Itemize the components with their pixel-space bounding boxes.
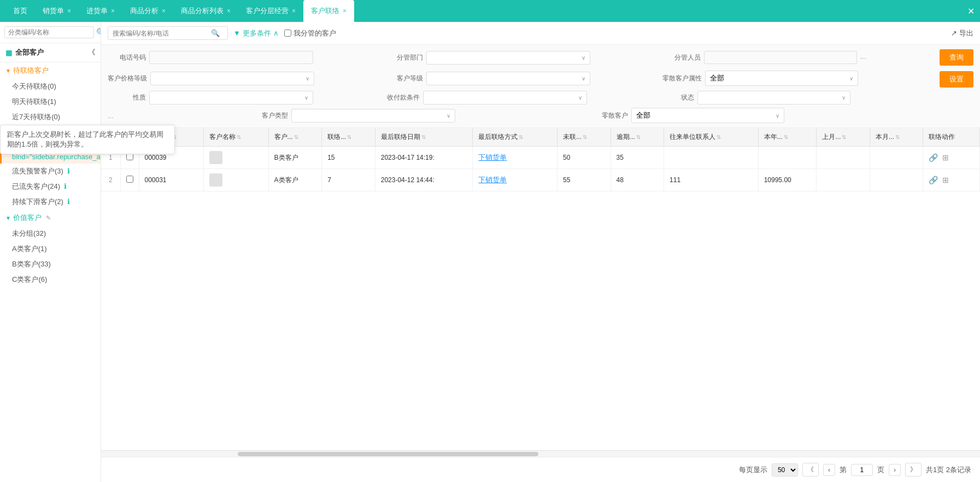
nav-product-analysis-close[interactable]: × — [162, 7, 166, 15]
status-label: 状态 — [656, 93, 694, 102]
scrollbar-thumb[interactable] — [238, 452, 538, 456]
row2-grid-icon[interactable]: ⊞ — [942, 176, 949, 184]
settings-button[interactable]: 设置 — [940, 71, 973, 88]
sidebar-item-loss-warning[interactable]: 流失预警客户(3) ℹ — [0, 164, 101, 179]
sidebar-item-declining[interactable]: 持续下滑客户(2) ℹ — [0, 194, 101, 210]
row1-this-year — [758, 147, 817, 169]
payment-select[interactable]: ∨ — [423, 91, 587, 104]
row1-grid-icon[interactable]: ⊞ — [942, 153, 949, 162]
th-action: 联络动作 — [923, 128, 980, 147]
row2-last-type-link[interactable]: 下销货单 — [478, 176, 507, 184]
price-level-label: 客户价格等级 — [108, 74, 147, 83]
sidebar-item-class-c[interactable]: C类客户(6) — [0, 272, 101, 287]
edit-group-icon[interactable]: ✎ — [46, 214, 51, 222]
sidebar-item-class-b[interactable]: B类客户(33) — [0, 257, 101, 272]
filter-bar: 🔍 ▼ 更多条件 ∧ 我分管的客户 ↗ 导出 — [101, 22, 980, 45]
sidebar: 🔍 ▦ 全部客户 《 ▼ 待联络客户 今天待联络(0) 明天待联络(1) 近7天… — [0, 22, 101, 482]
content-area: 🔍 ▼ 更多条件 ∧ 我分管的客户 ↗ 导出 电话号码 — [101, 22, 980, 482]
person-dots[interactable]: ··· — [860, 54, 866, 62]
sidebar-item-lost-customers[interactable]: 已流失客户(24) ℹ — [0, 179, 101, 194]
sidebar-item-unclassified[interactable]: 未分组(32) — [0, 226, 101, 241]
my-customers-check[interactable] — [284, 30, 291, 37]
my-customers-checkbox[interactable]: 我分管的客户 — [284, 28, 336, 38]
filter-dept: 分管部门 ∨ — [385, 49, 656, 66]
settings-btn-area: 设置 — [940, 69, 973, 88]
phone-input[interactable] — [149, 51, 313, 64]
first-page-button[interactable]: 《 — [802, 463, 819, 477]
row1-this-month — [870, 147, 923, 169]
nav-customer-segmentation-close[interactable]: × — [292, 7, 296, 15]
phone-label: 电话号码 — [108, 53, 146, 62]
row1-contact-person — [664, 147, 759, 169]
per-page-select[interactable]: 50 — [772, 463, 798, 477]
dept-select[interactable]: ∨ — [426, 51, 590, 65]
row1-last-month — [817, 147, 870, 169]
row1-last-type[interactable]: 下销货单 — [473, 147, 558, 169]
search-input[interactable] — [113, 30, 211, 37]
nav-sales-order-close[interactable]: × — [67, 7, 71, 15]
row2-select[interactable] — [126, 176, 133, 183]
row1-link-icon[interactable]: 🔗 — [929, 153, 938, 162]
customer-type-select[interactable]: ∨ — [291, 109, 455, 123]
row1-last-type-link[interactable]: 下销货单 — [478, 153, 507, 161]
last-page-button[interactable]: 》 — [905, 463, 922, 477]
nav-home[interactable]: 首页 — [5, 0, 35, 22]
row2-link-icon[interactable]: 🔗 — [929, 176, 938, 184]
nav-customer-segmentation[interactable]: 客户分层经营 × — [238, 0, 303, 22]
retail-customer-select[interactable]: 全部∨ — [631, 108, 784, 123]
sidebar-item-tomorrow-pending[interactable]: 明天待联络(1) — [0, 94, 101, 109]
row4-dots[interactable]: ... — [108, 112, 114, 120]
page-input[interactable] — [851, 464, 873, 476]
filter-row-1: 电话号码 分管部门 ∨ 分管人员 ··· 查询 — [108, 49, 973, 66]
sidebar-collapse-button[interactable]: 《 — [88, 48, 95, 57]
prev-page-button[interactable]: ‹ — [823, 464, 835, 476]
sidebar-item-today-pending[interactable]: 今天待联络(0) — [0, 79, 101, 94]
filter-rows: 电话号码 分管部门 ∨ 分管人员 ··· 查询 — [101, 45, 980, 128]
search-icon[interactable]: 🔍 — [211, 29, 220, 37]
nav-product-analysis-list[interactable]: 商品分析列表 × — [173, 0, 238, 22]
value-group-title[interactable]: ▼ 价值客户 ✎ — [0, 210, 101, 226]
sidebar-all-customers[interactable]: ▦ 全部客户 《 — [0, 43, 101, 62]
customer-level-select[interactable]: ∨ — [426, 72, 590, 85]
pending-section-title[interactable]: ▼ 待联络客户 — [0, 62, 101, 79]
row1-unreached: 50 — [557, 147, 611, 169]
page-suffix: 页 — [877, 465, 884, 475]
person-input[interactable] — [704, 51, 857, 64]
nav-product-analysis[interactable]: 商品分析 × — [122, 0, 173, 22]
filter-person: 分管人员 ··· — [662, 49, 934, 66]
customer-type-label: 客户类型 — [250, 111, 288, 120]
nav-sales-order[interactable]: 销货单 × — [35, 0, 79, 22]
next-page-button[interactable]: › — [889, 464, 901, 476]
horizontal-scrollbar[interactable] — [101, 450, 980, 457]
th-unreached: 未联...⇅ — [557, 128, 611, 147]
sidebar-item-7day-pending[interactable]: 近7天待联络(0) — [0, 109, 101, 125]
row1-contact: 15 — [322, 147, 375, 169]
gender-select[interactable]: ∨ — [149, 91, 313, 104]
export-button[interactable]: ↗ 导出 — [951, 28, 973, 38]
nav-product-analysis-list-close[interactable]: × — [227, 7, 231, 15]
nav-customer-contact[interactable]: 客户联络 × — [303, 0, 354, 22]
row2-last-month — [817, 169, 870, 191]
retail-attr-select[interactable]: 全部∨ — [705, 71, 858, 86]
sidebar-search-button[interactable]: 🔍 — [96, 28, 101, 37]
more-conditions-button[interactable]: ▼ 更多条件 ∧ — [233, 28, 279, 38]
retail-attr-label: 零散客户属性 — [662, 74, 702, 83]
retail-attr-arrow: ∨ — [849, 76, 853, 82]
row1-last-date: 2023-04-17 14:19: — [375, 147, 473, 169]
status-arrow: ∨ — [842, 95, 846, 101]
nav-purchase-order[interactable]: 进货单 × — [79, 0, 122, 22]
main-layout: 🔍 ▦ 全部客户 《 ▼ 待联络客户 今天待联络(0) 明天待联络(1) 近7天… — [0, 22, 980, 482]
status-select[interactable]: ∨ — [697, 91, 850, 104]
price-level-select[interactable]: ∨ — [150, 72, 314, 85]
total-records-label: 共1页 2条记录 — [926, 465, 971, 475]
row2-this-month — [870, 169, 923, 191]
th-last-type: 最后联络方式⇅ — [473, 128, 558, 147]
query-button[interactable]: 查询 — [940, 49, 973, 66]
window-close-button[interactable]: ✕ — [967, 6, 975, 16]
sidebar-item-class-a[interactable]: A类客户(1) — [0, 241, 101, 257]
row2-overdue: 48 — [611, 169, 664, 191]
row2-last-type[interactable]: 下销货单 — [473, 169, 558, 191]
nav-purchase-order-close[interactable]: × — [111, 7, 115, 15]
nav-customer-contact-close[interactable]: × — [343, 7, 347, 15]
sidebar-search-input[interactable] — [4, 26, 94, 38]
